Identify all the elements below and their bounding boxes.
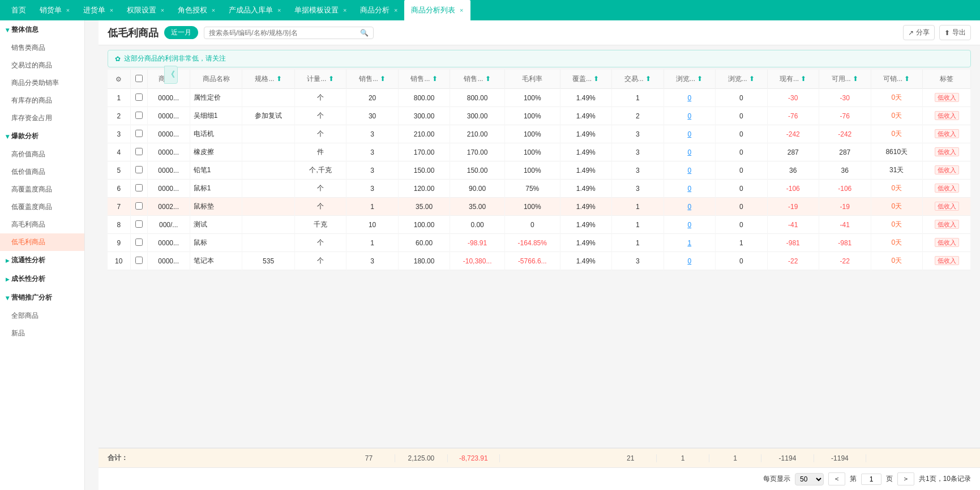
sidebar-group-growth[interactable]: ▸ 成长性分析 <box>0 270 84 288</box>
sidebar-group-flow[interactable]: ▸ 流通性分析 <box>0 251 84 270</box>
row-checkbox[interactable] <box>135 220 143 228</box>
nav-home[interactable]: 首页 <box>5 0 33 20</box>
sidebar-item-all-goods[interactable]: 全部商品 <box>0 307 84 325</box>
td-sale-amount: 0.00 <box>450 216 505 234</box>
nav-analysis-list[interactable]: 商品分析列表 × <box>404 0 470 20</box>
per-page-select[interactable]: 50 100 <box>795 473 824 485</box>
close-icon[interactable]: × <box>277 7 281 14</box>
sidebar-group-marketing[interactable]: ▾ 营销推广分析 <box>0 288 84 307</box>
row-checkbox[interactable] <box>135 112 143 119</box>
row-checkbox[interactable] <box>135 184 143 191</box>
td-check[interactable] <box>130 125 147 143</box>
td-browse1[interactable]: 0 <box>664 125 716 143</box>
close-icon[interactable]: × <box>394 7 397 14</box>
td-name[interactable]: 鼠标 <box>190 234 242 252</box>
td-check[interactable] <box>130 107 147 125</box>
td-browse1[interactable]: 0 <box>664 89 716 107</box>
td-check[interactable] <box>130 180 147 198</box>
td-name[interactable]: 属性定价 <box>190 89 242 107</box>
td-name[interactable]: 橡皮擦 <box>190 143 242 161</box>
td-sellable: 0天 <box>871 89 923 107</box>
row-checkbox[interactable] <box>135 93 143 101</box>
nav-roles[interactable]: 角色授权 × <box>171 0 222 20</box>
td-check[interactable] <box>130 252 147 270</box>
sidebar-group-overall[interactable]: ▾ 整体信息 <box>0 20 84 39</box>
sidebar-item-low-coverage[interactable]: 低覆盖度商品 <box>0 198 84 216</box>
td-browse1[interactable]: 0 <box>664 143 716 161</box>
sidebar-item-new-goods[interactable]: 新品 <box>0 325 84 342</box>
td-browse1[interactable]: 0 <box>664 252 716 270</box>
th-checkbox[interactable] <box>130 70 147 89</box>
search-input[interactable] <box>209 29 358 37</box>
prev-page-btn[interactable]: ＜ <box>828 472 845 485</box>
sidebar-group-hot[interactable]: ▾ 爆款分析 <box>0 127 84 146</box>
nav-products[interactable]: 产成品入库单 × <box>222 0 288 20</box>
td-check[interactable] <box>130 198 147 216</box>
td-name[interactable]: 吴细细1 <box>190 107 242 125</box>
td-name[interactable]: 铅笔1 <box>190 161 242 180</box>
sidebar-collapse-btn[interactable]: 《 <box>164 66 178 84</box>
row-checkbox[interactable] <box>135 130 143 137</box>
td-browse1[interactable]: 0 <box>664 216 716 234</box>
date-filter-btn[interactable]: 近一月 <box>164 26 198 39</box>
close-icon[interactable]: × <box>110 7 113 14</box>
page-number-input[interactable] <box>861 474 881 485</box>
nav-purchase[interactable]: 进货单 × <box>76 0 120 20</box>
th-settings[interactable]: ⚙ <box>108 70 130 89</box>
td-tag: 低收入 <box>923 234 971 252</box>
sidebar-item-low-margin[interactable]: 低毛利商品 <box>0 233 84 251</box>
sidebar-item-sales-goods[interactable]: 销售类商品 <box>0 39 84 57</box>
close-icon[interactable]: × <box>66 7 70 14</box>
close-icon[interactable]: × <box>460 7 463 14</box>
close-icon[interactable]: × <box>161 7 164 14</box>
td-browse1[interactable]: 0 <box>664 198 716 216</box>
td-browse1[interactable]: 1 <box>664 234 716 252</box>
export-button[interactable]: ⬆ 导出 <box>939 25 971 40</box>
td-gross-margin: -5766.6... <box>504 252 560 270</box>
td-trade: 1 <box>612 216 664 234</box>
footer-available: -1194 <box>814 454 866 462</box>
td-available: -106 <box>819 180 871 198</box>
td-check[interactable] <box>130 161 147 180</box>
nav-template[interactable]: 单据模板设置 × <box>288 0 353 20</box>
row-checkbox[interactable] <box>135 202 143 210</box>
td-check[interactable] <box>130 89 147 107</box>
sidebar-item-high-margin[interactable]: 高毛利商品 <box>0 216 84 233</box>
sidebar-item-category-rate[interactable]: 商品分类助销率 <box>0 74 84 92</box>
sidebar-item-in-stock[interactable]: 有库存的商品 <box>0 92 84 109</box>
td-name[interactable]: 测试 <box>190 216 242 234</box>
nav-sales[interactable]: 销货单 × <box>33 0 76 20</box>
row-checkbox[interactable] <box>135 148 143 155</box>
nav-permissions[interactable]: 权限设置 × <box>120 0 171 20</box>
row-checkbox[interactable] <box>135 166 143 173</box>
td-name[interactable]: 笔记本 <box>190 252 242 270</box>
td-browse1[interactable]: 0 <box>664 161 716 180</box>
td-browse1[interactable]: 0 <box>664 180 716 198</box>
row-checkbox[interactable] <box>135 238 143 246</box>
sidebar-item-high-coverage[interactable]: 高覆盖度商品 <box>0 181 84 198</box>
td-name[interactable]: 鼠标垫 <box>190 198 242 216</box>
td-name[interactable]: 鼠标1 <box>190 180 242 198</box>
sidebar-item-low-value[interactable]: 低价值商品 <box>0 163 84 181</box>
sidebar-item-capital[interactable]: 库存资金占用 <box>0 109 84 127</box>
select-all-checkbox[interactable] <box>135 75 143 82</box>
close-icon[interactable]: × <box>343 7 346 14</box>
td-tag: 低收入 <box>923 216 971 234</box>
td-coverage: 1.49% <box>560 180 612 198</box>
td-check[interactable] <box>130 143 147 161</box>
td-check[interactable] <box>130 234 147 252</box>
td-sellable: 0天 <box>871 216 923 234</box>
tag-badge: 低收入 <box>935 111 959 120</box>
sidebar-item-traded-goods[interactable]: 交易过的商品 <box>0 57 84 74</box>
td-check[interactable] <box>130 216 147 234</box>
sidebar-group-overall-label: 整体信息 <box>11 25 38 35</box>
next-page-btn[interactable]: ＞ <box>897 472 914 485</box>
td-browse1[interactable]: 0 <box>664 107 716 125</box>
share-button[interactable]: ↗ 分享 <box>903 25 935 40</box>
nav-analysis[interactable]: 商品分析 × <box>353 0 404 20</box>
sidebar-item-high-value[interactable]: 高价值商品 <box>0 146 84 163</box>
close-icon[interactable]: × <box>212 7 215 14</box>
row-checkbox[interactable] <box>135 257 143 264</box>
table-row: 2 0000... 吴细细1 参加复试 个 30 300.00 300.00 1… <box>108 107 971 125</box>
td-name[interactable]: 电话机 <box>190 125 242 143</box>
